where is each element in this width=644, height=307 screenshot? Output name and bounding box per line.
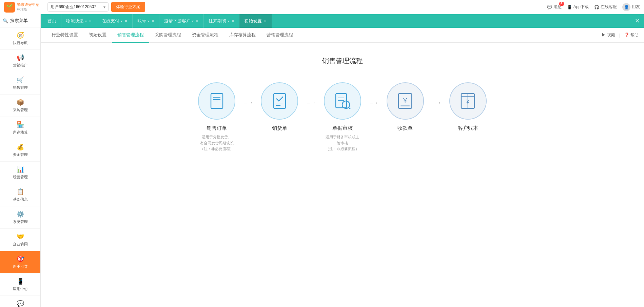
tab-initial[interactable]: 往来期初 ▾ ✕ — [204, 14, 239, 28]
close-icon[interactable]: ✕ — [231, 19, 234, 23]
sidebar-item-kuaijie[interactable]: 🧭 快捷导航 — [0, 27, 40, 50]
sub-tab-label: 初始设置 — [89, 32, 106, 38]
doc-review-label: 单据审核 — [332, 125, 353, 131]
tab-logistics[interactable]: 物流快递 ▾ ✕ — [61, 14, 97, 28]
top-bar-left: 🌱 畅康通好生意 标准版 用户690企业1660120507 ▾ 体验行业方案 — [4, 2, 145, 13]
sidebar-item-operations[interactable]: 📊 经营管理 — [0, 162, 40, 184]
user-item[interactable]: 👤 用友 — [622, 3, 640, 11]
close-icon[interactable]: ✕ — [124, 19, 128, 23]
sub-tab-label: 采购管理流程 — [155, 32, 181, 38]
close-icon[interactable]: ✕ — [264, 19, 267, 23]
sales-order-circle[interactable] — [198, 82, 235, 120]
logo-area: 🌱 畅康通好生意 标准版 — [4, 2, 45, 13]
sales-note-label: 销货单 — [272, 125, 287, 131]
svg-rect-4 — [274, 94, 286, 108]
sub-tab-label: 营销管理流程 — [267, 32, 293, 38]
close-icon[interactable]: ✕ — [196, 19, 199, 23]
tab-account-label: 账号 — [137, 18, 146, 24]
sub-tab-marketing-flow[interactable]: 营销管理流程 — [261, 28, 298, 43]
logo-icon: 🌱 — [4, 2, 15, 13]
sub-tab-actions: ▶ 视频 | ❓ 帮助 — [602, 32, 639, 38]
doc-review-circle[interactable] — [324, 82, 361, 120]
sidebar-item-sales[interactable]: 🛒 销售管理 — [0, 72, 40, 95]
tab-init-settings[interactable]: 初始设置 ✕ — [239, 14, 272, 28]
flow-item-receipt: ¥ 收款单 — [378, 82, 432, 134]
arrow-1: ···→ — [244, 82, 252, 106]
chevron-down-icon: ▾ — [192, 19, 194, 23]
receipt-circle[interactable]: ¥ — [387, 82, 424, 120]
flow-item-doc-review: 单据审核 适用于财务审核或主管审核（注：非必要流程） — [315, 82, 370, 152]
logo-sub: 标准版 — [17, 7, 39, 12]
tab-account[interactable]: 账号 ▾ ✕ — [133, 14, 159, 28]
page-content: 销售管理流程 销售订单 适用于分批发货、有合同发货周期较长（注：非必要流程） — [41, 43, 644, 307]
sidebar-label: 采购管理 — [13, 107, 28, 112]
experience-button[interactable]: 体验行业方案 — [111, 2, 145, 12]
flow-item-customer-ledger: ¥ 客户账本 — [441, 82, 495, 134]
message-badge: 6 — [559, 2, 564, 6]
customer-ledger-circle[interactable]: ¥ — [449, 82, 487, 120]
tab-initial-label: 往来期初 — [209, 18, 226, 24]
sidebar-item-purchase[interactable]: 📦 采购管理 — [0, 95, 40, 117]
sub-tab-label: 销售管理流程 — [117, 32, 144, 38]
sidebar-item-yingxiao[interactable]: 📢 营销推广 — [0, 50, 40, 72]
sales-order-label: 销售订单 — [207, 125, 227, 131]
sidebar-label: 企业协同 — [13, 242, 28, 247]
message-icon: 💬 — [547, 5, 552, 9]
sidebar-item-guide[interactable]: 🎯 新手引导 — [0, 251, 40, 273]
help-button[interactable]: ❓ 帮助 — [624, 32, 639, 38]
tab-payment-label: 在线支付 — [102, 18, 119, 24]
top-bar-right: 💬 消息 6 📱 App下载 🎧 在线客服 👤 用友 — [547, 3, 640, 11]
sidebar-item-finance[interactable]: 💰 资金管理 — [0, 139, 40, 162]
tab-invite[interactable]: 邀请下游客户 ▾ ✕ — [159, 14, 204, 28]
logo-text: 畅康通好生意 — [17, 2, 39, 7]
message-item[interactable]: 💬 消息 6 — [547, 4, 562, 10]
nav-tabs: 首页 物流快递 ▾ ✕ 在线支付 ▾ ✕ 账号 ▾ ✕ 邀请下游客户 ▾ ✕ — [41, 14, 644, 28]
sidebar: 🔍 搜索菜单 🧭 快捷导航 📢 营销推广 🛒 销售管理 📦 采购管理 🏪 库存核… — [0, 14, 41, 307]
sales-note-circle[interactable] — [261, 82, 298, 120]
sub-tab-industry[interactable]: 行业特性设置 — [46, 28, 83, 43]
video-button[interactable]: ▶ 视频 — [602, 32, 615, 38]
svg-text:¥: ¥ — [403, 97, 407, 104]
flow-item-sales-order: 销售订单 适用于分批发货、有合同发货周期较长（注：非必要流程） — [190, 82, 244, 152]
flow-item-sales-note: 销货单 — [252, 82, 307, 134]
page-title: 销售管理流程 — [47, 56, 637, 65]
sidebar-item-inventory[interactable]: 🏪 库存核算 — [0, 117, 40, 139]
app-download-item[interactable]: 📱 App下载 — [567, 4, 589, 10]
marketing-icon: 📢 — [17, 54, 24, 61]
sub-tab-label: 行业特性设置 — [52, 32, 78, 38]
sub-tab-init[interactable]: 初始设置 — [83, 28, 112, 43]
top-bar: 🌱 畅康通好生意 标准版 用户690企业1660120507 ▾ 体验行业方案 … — [0, 0, 644, 14]
enterprise-icon: 🤝 — [17, 233, 24, 240]
tab-payment[interactable]: 在线支付 ▾ ✕ — [97, 14, 133, 28]
sub-tab-purchase-flow[interactable]: 采购管理流程 — [149, 28, 187, 43]
sidebar-item-appstore[interactable]: 📱 应用中心 — [0, 273, 40, 296]
sidebar-item-wechat[interactable]: 💬 企业微信 — [0, 296, 40, 307]
sub-tab-finance-flow[interactable]: 资金管理流程 — [187, 28, 224, 43]
chevron-down-icon: ▾ — [148, 19, 149, 23]
svg-rect-14 — [401, 105, 410, 106]
sidebar-item-system[interactable]: ⚙️ 系统管理 — [0, 206, 40, 229]
guide-icon: 🎯 — [17, 255, 24, 263]
sidebar-item-basic[interactable]: 📋 基础信息 — [0, 184, 40, 206]
svg-line-9 — [349, 107, 350, 109]
app-icon: 📱 — [567, 5, 572, 9]
sidebar-search[interactable]: 🔍 搜索菜单 — [0, 14, 40, 27]
sub-tab-inventory-flow[interactable]: 库存核算流程 — [224, 28, 261, 43]
operations-icon: 📊 — [17, 166, 24, 173]
basic-icon: 📋 — [17, 188, 24, 196]
close-all-tabs-button[interactable]: ✕ — [635, 17, 640, 25]
sub-tab-sales-flow[interactable]: 销售管理流程 — [112, 28, 149, 43]
sidebar-label: 应用中心 — [13, 286, 28, 291]
tab-home[interactable]: 首页 — [45, 14, 61, 28]
sidebar-item-enterprise[interactable]: 🤝 企业协同 — [0, 229, 40, 251]
dropdown-arrow-icon: ▾ — [103, 5, 105, 9]
close-icon[interactable]: ✕ — [89, 19, 92, 23]
user-selector[interactable]: 用户690企业1660120507 ▾ — [47, 2, 109, 12]
close-icon[interactable]: ✕ — [151, 19, 154, 23]
sidebar-label: 新手引导 — [13, 264, 28, 269]
inventory-icon: 🏪 — [17, 121, 24, 128]
tab-home-label: 首页 — [47, 18, 56, 24]
sidebar-label: 经营管理 — [13, 175, 28, 180]
search-icon: 🔍 — [3, 18, 8, 23]
service-item[interactable]: 🎧 在线客服 — [594, 4, 617, 10]
